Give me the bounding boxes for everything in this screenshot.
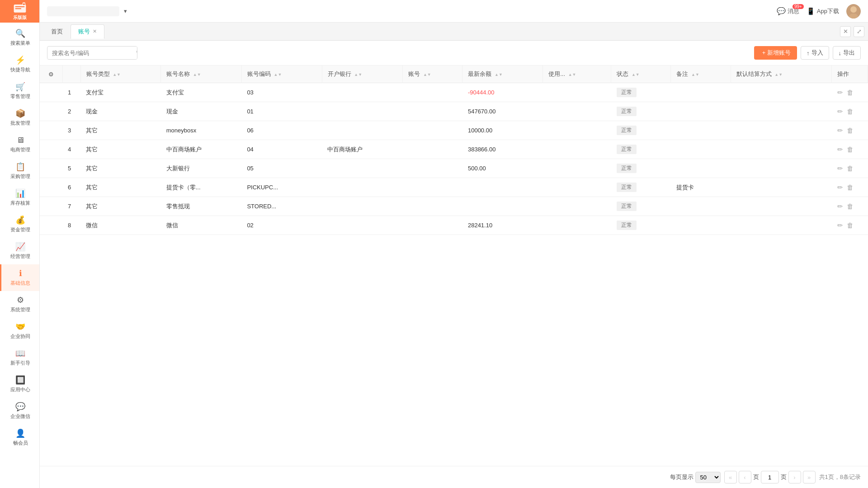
cell-num-0: 1 — [62, 83, 80, 102]
tab-account[interactable]: 账号 ✕ — [71, 24, 104, 39]
sidebar-item-system-manage[interactable]: ⚙ 系统管理 — [0, 291, 39, 318]
sidebar-item-inventory[interactable]: 📊 库存核算 — [0, 184, 39, 211]
cell-default-payment-7 — [731, 216, 831, 235]
sidebar-label-funds-manage: 资金管理 — [10, 226, 30, 233]
table-header: ⚙ 账号类型 ▲▼ 账号名称 ▲▼ 账号编码 ▲▼ 开户银行 ▲▼ 账号 ▲▼ … — [40, 66, 868, 83]
header-search-input[interactable] — [51, 8, 105, 14]
page-input[interactable] — [761, 471, 779, 483]
edit-button-3[interactable]: ✏ — [837, 145, 843, 154]
edit-button-1[interactable]: ✏ — [837, 108, 843, 116]
sidebar-item-enterprise-agreement[interactable]: 🤝 企业协同 — [0, 318, 39, 344]
toolbar-left: 🔍 — [47, 46, 137, 60]
col-status[interactable]: 状态 ▲▼ — [611, 66, 671, 83]
cell-usage-6 — [543, 197, 611, 216]
cell-remarks-1 — [671, 102, 731, 121]
sidebar-item-member[interactable]: 👤 畅会员 — [0, 424, 39, 451]
col-account-code[interactable]: 账号编码 ▲▼ — [241, 66, 322, 83]
search-box[interactable]: 🔍 — [47, 46, 137, 60]
cell-actions-1: ✏ 🗑 — [832, 102, 868, 121]
cell-remarks-3 — [671, 140, 731, 159]
add-account-button[interactable]: + 新增账号 — [754, 46, 797, 60]
sidebar-item-quick-nav[interactable]: ⚡ 快捷导航 — [0, 51, 39, 78]
col-open-bank[interactable]: 开户银行 ▲▼ — [322, 66, 403, 83]
table-row: 3 其它 moneybosx 06 10000.00 正常 ✏ 🗑 — [40, 121, 868, 140]
sidebar-item-ecommerce-manage[interactable]: 🖥 电商管理 — [0, 131, 39, 158]
col-account-type[interactable]: 账号类型 ▲▼ — [80, 66, 161, 83]
status-badge-6: 正常 — [617, 202, 637, 211]
toolbar-right: + 新增账号 ↑ 导入 ↓ 导出 — [754, 46, 861, 60]
tab-bar-actions: ✕ ⤢ — [840, 26, 864, 37]
delete-button-0[interactable]: 🗑 — [847, 89, 854, 97]
cell-num-6: 7 — [62, 197, 80, 216]
import-icon: ↑ — [807, 50, 810, 56]
delete-button-1[interactable]: 🗑 — [847, 108, 854, 116]
import-button[interactable]: ↑ 导入 — [801, 46, 829, 60]
header-search[interactable] — [47, 6, 119, 16]
cell-settings-5 — [40, 178, 62, 197]
edit-button-6[interactable]: ✏ — [837, 202, 843, 211]
svg-point-6 — [850, 6, 857, 13]
delete-button-4[interactable]: 🗑 — [847, 164, 854, 173]
col-default-payment[interactable]: 默认结算方式 ▲▼ — [731, 66, 831, 83]
page-size-select: 每页显示 50 100 200 — [670, 472, 721, 483]
edit-button-2[interactable]: ✏ — [837, 127, 843, 135]
delete-button-2[interactable]: 🗑 — [847, 127, 854, 135]
first-page-button[interactable]: « — [724, 471, 737, 483]
cell-remarks-6 — [671, 197, 731, 216]
cell-default-payment-0 — [731, 83, 831, 102]
sidebar-item-purchase-manage[interactable]: 📋 采购管理 — [0, 158, 39, 184]
col-usage[interactable]: 使用... ▲▼ — [543, 66, 611, 83]
sidebar-item-funds-manage[interactable]: 💰 资金管理 — [0, 211, 39, 238]
edit-button-7[interactable]: ✏ — [837, 221, 843, 230]
sidebar-item-basic-info[interactable]: ℹ 基础信息 — [0, 264, 39, 291]
cell-account-code-1: 01 — [241, 102, 322, 121]
sidebar-item-operation-manage[interactable]: 📈 经营管理 — [0, 238, 39, 264]
cell-status-7: 正常 — [611, 216, 671, 235]
tab-close-all-button[interactable]: ✕ — [840, 26, 851, 37]
sidebar-icon-purchase-manage: 📋 — [16, 162, 25, 171]
delete-button-5[interactable]: 🗑 — [847, 183, 854, 192]
tab-close-icon[interactable]: ✕ — [93, 28, 97, 34]
edit-button-4[interactable]: ✏ — [837, 164, 843, 173]
message-button[interactable]: 💬 消息 99+ — [777, 7, 799, 15]
svg-rect-2 — [15, 8, 21, 9]
sidebar-item-search-menu[interactable]: 🔍 搜索菜单 — [0, 24, 39, 51]
col-settings[interactable]: ⚙ — [40, 66, 62, 83]
prev-page-button[interactable]: ‹ — [739, 471, 751, 483]
sidebar-item-new-guide[interactable]: 📖 新手引导 — [0, 344, 39, 371]
col-latest-balance[interactable]: 最新余额 ▲▼ — [462, 66, 543, 83]
per-page-dropdown[interactable]: 50 100 200 — [695, 472, 721, 483]
last-page-button[interactable]: » — [803, 471, 816, 483]
col-account-name[interactable]: 账号名称 ▲▼ — [161, 66, 242, 83]
edit-button-0[interactable]: ✏ — [837, 89, 843, 97]
cell-usage-4 — [543, 159, 611, 178]
header-dropdown[interactable]: ▾ — [124, 8, 127, 14]
sidebar-label-wholesale-manage: 批发管理 — [10, 120, 30, 127]
cell-num-4: 5 — [62, 159, 80, 178]
export-button[interactable]: ↓ 导出 — [833, 46, 861, 60]
col-account-no[interactable]: 账号 ▲▼ — [403, 66, 462, 83]
tab-expand-button[interactable]: ⤢ — [854, 26, 864, 37]
sidebar-item-app-center[interactable]: 🔲 应用中心 — [0, 371, 39, 398]
delete-button-3[interactable]: 🗑 — [847, 145, 854, 154]
page-nav: « ‹ 页 页 › » — [724, 471, 816, 483]
export-label: 导出 — [843, 49, 855, 57]
user-avatar[interactable] — [846, 4, 861, 19]
col-remarks[interactable]: 备注 ▲▼ — [671, 66, 731, 83]
cell-open-bank-3: 中百商场账户 — [322, 140, 403, 159]
sidebar: 乐版版 🔍 搜索菜单 ⚡ 快捷导航 🛒 零售管理 📦 批发管理 🖥 电商管理 📋… — [0, 0, 40, 488]
next-page-button[interactable]: › — [788, 471, 801, 483]
sidebar-item-enterprise-wechat[interactable]: 💬 企业微信 — [0, 398, 39, 424]
delete-button-7[interactable]: 🗑 — [847, 221, 854, 230]
cell-account-name-4: 大新银行 — [161, 159, 242, 178]
search-button[interactable]: 🔍 — [132, 47, 137, 59]
edit-button-5[interactable]: ✏ — [837, 183, 843, 192]
sidebar-item-retail-manage[interactable]: 🛒 零售管理 — [0, 78, 39, 104]
search-input[interactable] — [47, 47, 132, 59]
cell-account-no-3 — [403, 140, 462, 159]
sidebar-item-wholesale-manage[interactable]: 📦 批发管理 — [0, 104, 39, 131]
tab-home[interactable]: 首页 — [43, 24, 71, 39]
app-download-button[interactable]: 📱 App下载 — [807, 7, 839, 15]
delete-button-6[interactable]: 🗑 — [847, 202, 854, 211]
logo-text: 乐版版 — [13, 14, 27, 21]
